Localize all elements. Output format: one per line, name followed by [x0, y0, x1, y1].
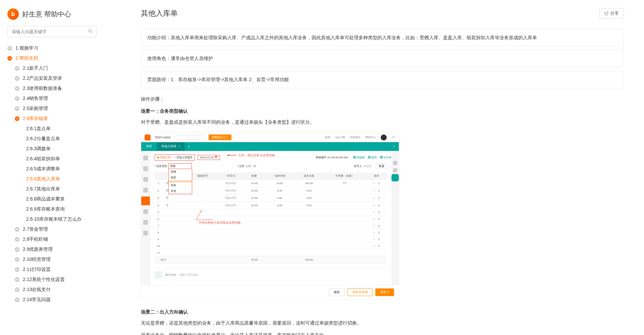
cell-amt: 0.00 — [295, 187, 323, 194]
info-path: 页面路径：1、库存核算->库存管理->其他入库单 2、首页->常用功能 — [141, 71, 624, 88]
nav-item-2-6-6[interactable]: 2.6.6其他入库单 — [7, 174, 97, 184]
nav-item-2-6-7[interactable]: 2.6.7其他出库单 — [7, 184, 97, 194]
delete-icon: 🗑 — [378, 211, 380, 214]
copy-icon: ⎘ — [373, 211, 375, 214]
link-label: 快捷键 — [357, 156, 365, 159]
cell-price: 0.00 — [264, 202, 295, 209]
nav-item-2-14[interactable]: +2.14常见问题 — [7, 295, 97, 305]
nav-label: 2.6库存核算 — [23, 116, 48, 122]
search-input[interactable] — [7, 26, 97, 37]
nav-item-2-5[interactable]: +2.5采购管理 — [7, 104, 97, 114]
form-row: * 业务类型 受赠 受赠 预置 收购 其他 — [155, 163, 394, 169]
nav-item-2-6-5[interactable]: 2.6.5成本调整单 — [7, 164, 97, 174]
delete-icon: 🗑 — [378, 238, 380, 241]
doc-number: JC-20191226-001 — [327, 156, 348, 159]
nav-item-2-6-2[interactable]: 2.6.2分量盘点单 — [7, 134, 97, 144]
tab-home: 首页 — [141, 142, 157, 151]
nav-label: 1.视频学习 — [15, 45, 38, 51]
svg-point-0 — [89, 29, 91, 32]
callout-1: 入库、退出业务 在这里切换 — [227, 153, 275, 158]
nav-item-docs[interactable]: −2.帮助文档 — [7, 53, 97, 63]
radio-out-label: 其他入库退库 — [176, 156, 193, 159]
nav-label: 2.帮助文档 — [15, 55, 38, 61]
row-actions: ⎘🗑 — [368, 211, 385, 214]
strip-icon-active — [393, 176, 397, 180]
brand: b 好生意 帮助中心 — [7, 8, 97, 20]
nav-item-2-6[interactable]: −2.6库存核算 — [7, 114, 97, 124]
nav-item-2-13[interactable]: +2.13在线支付 — [7, 285, 97, 295]
top-user: CC — [391, 136, 395, 139]
nav-item-video[interactable]: +1.视频学习 — [7, 43, 97, 53]
leftbar-icon — [143, 188, 148, 192]
nav-label: 2.6.2分量盘点单 — [26, 136, 60, 142]
dropdown-menu: 受赠 预置 收购 其他 — [168, 169, 192, 194]
plus-icon: + — [15, 227, 19, 232]
delete-icon: 🗑 — [378, 204, 380, 207]
nav-item-2-1[interactable]: +2.1新手入门 — [7, 63, 97, 73]
leftbar-icon — [143, 166, 148, 171]
row-actions: ⎘🗑 — [368, 197, 385, 200]
search-icon[interactable] — [88, 29, 93, 35]
nav-label: 2.10经营管理 — [23, 257, 51, 263]
app-content: ◉ 其他入库 ○ 其他入库退库 2019-12-26 📅 入库、退出业务 在这里… — [150, 151, 399, 285]
delete-icon: 🗑 — [378, 244, 380, 247]
date-value: 2019-12-26 — [200, 156, 214, 159]
delete-icon: 🗑 — [378, 182, 380, 185]
nav-item-2-11[interactable]: +2.11打印设置 — [7, 265, 97, 275]
nav-label: 2.4销售管理 — [23, 96, 48, 102]
nav-item-2-6-9[interactable]: 2.6.9库存账本查询 — [7, 204, 97, 214]
row-actions: ⎘🗑 — [368, 244, 385, 247]
nav-item-2-7[interactable]: +2.7资金管理 — [7, 224, 97, 234]
plus-icon: + — [15, 257, 19, 262]
field-label: 经手人 — [354, 164, 362, 168]
nav-item-2-6-8[interactable]: 2.6.8商品成本重算 — [7, 194, 97, 204]
cell-amt: 0.00 — [295, 202, 323, 209]
remark-label: 备注信息 — [165, 273, 176, 277]
page-header: 其他入库单 分享 — [141, 8, 624, 19]
nav-item-2-6-4[interactable]: 2.6.4组装拆卸单 — [7, 154, 97, 164]
nav-label: 2.2产品安装及登录 — [23, 75, 62, 81]
new-button: 我要做什么？ — [209, 134, 231, 140]
nav-item-2-6-10[interactable]: 2.6.10库存账本错了怎么办 — [7, 214, 97, 224]
delete-icon: 🗑 — [378, 189, 380, 192]
biztype-dropdown: 受赠 受赠 预置 收购 其他 — [168, 163, 192, 169]
doc-prefix: 单据编号 — [316, 156, 326, 159]
save-add-button: 保存并新增 — [347, 288, 373, 296]
delete-icon: 🗑 — [378, 231, 380, 234]
th-avail: 可用量（加锁） — [323, 172, 367, 180]
total-qty: 40.00 — [245, 256, 264, 263]
nav-item-2-6-1[interactable]: 2.6.1盘点单 — [7, 124, 97, 134]
table-row: 3☰个(1*1个)10.000.000.00⎘🗑 — [155, 194, 387, 202]
row-actions: ⎘🗑 — [368, 218, 385, 221]
role-text: 通常由仓管人员维护 — [171, 56, 213, 61]
nav-label: 2.6.8商品成本重算 — [26, 196, 65, 202]
cell-qty: 10.00 — [245, 202, 264, 209]
scenario-1-title: 场景一：业务类型确认 — [141, 108, 624, 114]
path-text: 1、库存核算->库存管理->其他入库单 2、首页->常用功能 — [171, 77, 289, 82]
nav-label: 2.6.1盘点单 — [26, 126, 51, 132]
copy-icon: ⎘ — [373, 204, 375, 207]
th-amount: 成本金额 — [295, 172, 323, 180]
tenant-name: TEST-H002 — [155, 136, 170, 139]
nav-item-2-9[interactable]: +2.9优惠券管理 — [7, 244, 97, 255]
nav-label: 2.6.9库存账本查询 — [26, 206, 65, 212]
nav-item-2-10[interactable]: +2.10经营管理 — [7, 255, 97, 265]
app-body: ◉ 其他入库 ○ 其他入库退库 2019-12-26 📅 入库、退出业务 在这里… — [141, 151, 399, 285]
table-row: 6⎘🗑 — [155, 216, 387, 222]
nav-item-2-3[interactable]: +2.3使用前数据准备 — [7, 83, 97, 94]
nav-item-2-4[interactable]: +2.4销售管理 — [7, 94, 97, 104]
nav-item-2-6-3[interactable]: 2.6.3调拨单 — [7, 144, 97, 154]
history-icon — [380, 156, 383, 159]
plus-icon: + — [15, 66, 19, 71]
nav-item-2-2[interactable]: +2.2产品安装及登录 — [7, 73, 97, 83]
cell-qty: 10.00 — [245, 179, 264, 187]
tab-add-icon: ▾ — [185, 145, 193, 148]
nav-item-2-12[interactable]: +2.12系统个性化设置 — [7, 275, 97, 285]
nav-item-2-8[interactable]: +2.8手机旺铺 — [7, 234, 97, 244]
row-actions: ⎘🗑 — [368, 189, 385, 192]
plus-icon: + — [15, 267, 19, 272]
plus-icon: + — [15, 247, 19, 252]
brand-text: 好生意 帮助中心 — [22, 10, 71, 19]
share-button[interactable]: 分享 — [599, 8, 624, 19]
leftbar-icon-active — [143, 199, 148, 203]
